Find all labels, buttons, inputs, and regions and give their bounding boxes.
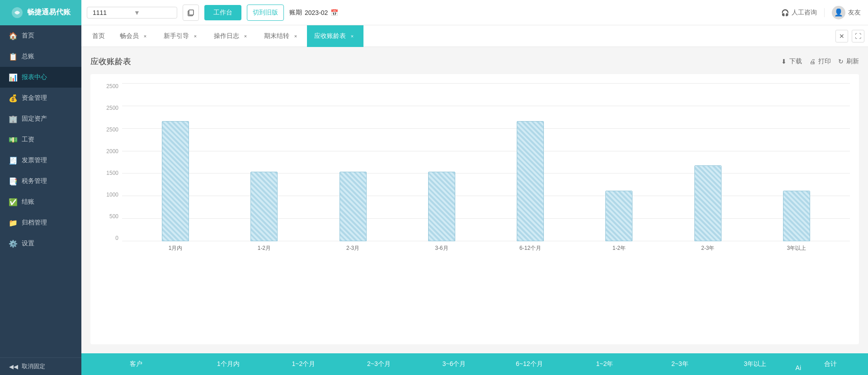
company-name: 1111 [93, 9, 130, 16]
svg-rect-2 [189, 10, 193, 15]
tab-label: 操作日志 [214, 32, 239, 40]
page-content: 应收账龄表 ⬇ 下载 🖨 打印 ↻ 刷新 [81, 47, 868, 353]
copy-button[interactable] [183, 5, 199, 21]
y-axis-label: 1000 [106, 192, 118, 198]
table-header-cell: 2~3个月 [341, 360, 416, 368]
tab-label: 新手引导 [164, 32, 189, 40]
tab-home[interactable]: 首页 [85, 25, 113, 47]
page-title: 应收账龄表 [90, 56, 131, 67]
bars-area [122, 83, 850, 241]
table-header-cell: 客户 [81, 360, 191, 368]
close-tab-button[interactable]: ✕ [835, 30, 848, 42]
workbench-button[interactable]: 工作台 [204, 5, 241, 20]
salary-icon: 💵 [9, 136, 17, 144]
user-name: 友友 [848, 9, 861, 17]
period-label: 账期 [289, 9, 302, 17]
y-axis: 2500250025002000150010005000 [99, 83, 122, 255]
tabs-actions: ✕ ⛶ [835, 30, 864, 42]
sidebar-item-assets[interactable]: 🏢 固定资产 [0, 108, 81, 129]
sidebar-item-label: 归档管理 [22, 219, 47, 227]
pin-label: 取消固定 [22, 362, 45, 370]
refresh-icon: ↻ [838, 58, 844, 65]
sidebar-item-reports[interactable]: 📊 报表中心 [0, 67, 81, 88]
tax-icon: 📑 [9, 177, 17, 185]
y-axis-label: 0 [115, 235, 118, 241]
ai-badge[interactable]: Ai [788, 361, 808, 375]
download-icon: ⬇ [781, 58, 787, 65]
company-select[interactable]: 1111 ▼ [87, 7, 177, 19]
y-axis-label: 1500 [106, 170, 118, 176]
chart-bar [162, 121, 189, 241]
archive-icon: 📁 [9, 219, 17, 227]
bar-group [664, 165, 752, 241]
avatar: 👤 [832, 6, 845, 19]
copy-icon [187, 9, 195, 17]
checkout-icon: ✅ [9, 198, 17, 206]
content-area: 首页畅会员×新手引导×操作日志×期末结转×应收账龄表× ✕ ⛶ 应收账龄表 ⬇ … [81, 25, 868, 375]
print-button[interactable]: 🖨 打印 [809, 57, 831, 66]
sidebar-item-settings[interactable]: ⚙️ 设置 [0, 233, 81, 254]
sidebar-item-funds[interactable]: 💰 资金管理 [0, 88, 81, 108]
table-header-cell: 6~12个月 [492, 360, 567, 368]
table-header-cell: 1~2个月 [266, 360, 341, 368]
tab-close-icon[interactable]: × [242, 33, 249, 40]
reports-icon: 📊 [9, 73, 17, 81]
sidebar-item-home[interactable]: 🏠 首页 [0, 25, 81, 46]
switch-version-button[interactable]: 切到旧版 [247, 5, 284, 21]
bar-group [575, 191, 663, 241]
print-label: 打印 [818, 57, 831, 66]
y-axis-label: 2000 [106, 148, 118, 155]
download-label: 下载 [789, 57, 802, 66]
sidebar-item-label: 资金管理 [22, 94, 47, 102]
logo-icon [11, 6, 24, 19]
y-axis-label: 2500 [106, 127, 118, 133]
user-menu[interactable]: 👤 友友 [832, 6, 861, 19]
header: 畅捷通易代账 1111 ▼ 工作台 切到旧版 账期 2023-02 📅 🎧 人工… [0, 0, 868, 25]
chart-plot: 1月内1-2月2-3月3-6月6-12个月1-2年2-3年3年以上 [122, 83, 850, 255]
expand-button[interactable]: ⛶ [852, 30, 864, 42]
download-button[interactable]: ⬇ 下载 [781, 57, 802, 66]
period-display: 账期 2023-02 📅 [289, 9, 338, 17]
chart-container: 2500250025002000150010005000 1月内1-2月2-3月… [90, 74, 859, 344]
tab-close-icon[interactable]: × [192, 33, 199, 40]
tab-close-icon[interactable]: × [142, 33, 149, 40]
tab-oplog[interactable]: 操作日志× [207, 25, 257, 47]
chart-bar [783, 191, 810, 241]
bar-group [397, 172, 486, 241]
invoice-icon: 🧾 [9, 156, 17, 164]
x-axis-label: 2-3年 [664, 241, 752, 255]
tab-period_end[interactable]: 期末结转× [257, 25, 307, 47]
divider [824, 8, 825, 17]
tab-aging[interactable]: 应收账龄表× [307, 25, 363, 47]
sidebar-item-checkout[interactable]: ✅ 结账 [0, 192, 81, 212]
page-actions: ⬇ 下载 🖨 打印 ↻ 刷新 [781, 57, 859, 66]
x-labels: 1月内1-2月2-3月3-6月6-12个月1-2年2-3年3年以上 [122, 241, 850, 255]
tab-close-icon[interactable]: × [292, 33, 299, 40]
sidebar-item-label: 结账 [22, 198, 34, 206]
chart-bar [694, 165, 722, 241]
sidebar-item-label: 总账 [22, 52, 34, 61]
sidebar: 🏠 首页 📋 总账 📊 报表中心 💰 资金管理 🏢 固定资产 💵 工资 🧾 发票… [0, 25, 81, 375]
bar-group [486, 121, 575, 241]
home-icon: 🏠 [9, 32, 17, 40]
sidebar-item-salary[interactable]: 💵 工资 [0, 129, 81, 150]
sidebar-item-label: 工资 [22, 136, 34, 144]
x-axis-label: 6-12个月 [486, 241, 575, 255]
y-axis-label: 2500 [106, 83, 118, 89]
sidebar-item-invoice[interactable]: 🧾 发票管理 [0, 150, 81, 171]
table-header: 客户1个月内1~2个月2~3个月3~6个月6~12个月1~2年2~3年3年以上合… [81, 353, 868, 375]
calendar-icon[interactable]: 📅 [330, 9, 338, 16]
table-header-cell: 1~2年 [567, 360, 642, 368]
consult-button[interactable]: 🎧 人工咨询 [781, 9, 817, 17]
sidebar-item-ledger[interactable]: 📋 总账 [0, 46, 81, 67]
sidebar-item-tax[interactable]: 📑 税务管理 [0, 171, 81, 192]
sidebar-pin-toggle[interactable]: ◀◀ 取消固定 [0, 357, 81, 375]
tab-vip[interactable]: 畅会员× [113, 25, 156, 47]
refresh-button[interactable]: ↻ 刷新 [838, 57, 859, 66]
sidebar-item-archive[interactable]: 📁 归档管理 [0, 212, 81, 233]
consult-label: 人工咨询 [792, 9, 817, 17]
y-axis-label: 2500 [106, 105, 118, 111]
tab-close-icon[interactable]: × [349, 33, 356, 40]
tab-guide[interactable]: 新手引导× [156, 25, 207, 47]
sidebar-item-label: 报表中心 [22, 73, 47, 81]
